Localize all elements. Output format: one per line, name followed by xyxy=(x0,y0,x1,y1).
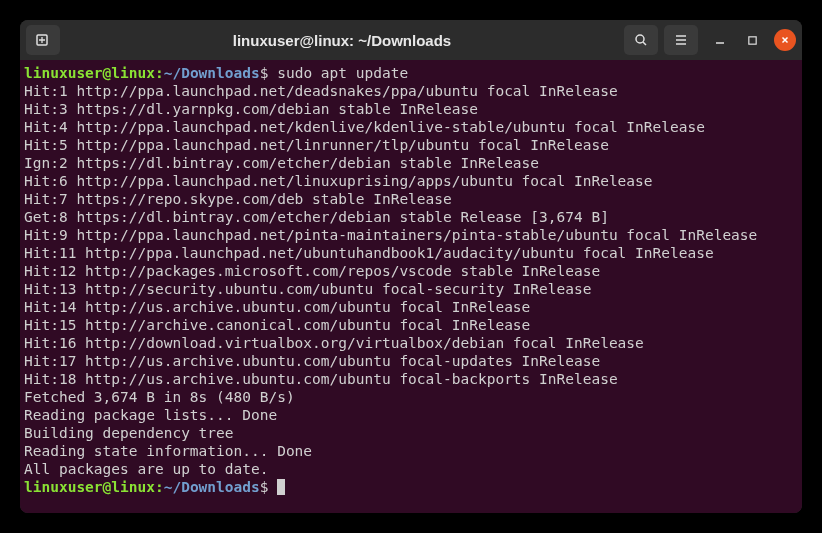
output-lines: Hit:1 http://ppa.launchpad.net/deadsnake… xyxy=(24,83,757,477)
terminal-body[interactable]: linuxuser@linux:~/Downloads$ sudo apt up… xyxy=(20,60,802,513)
window-title: linuxuser@linux: ~/Downloads xyxy=(66,32,618,49)
prompt-path: ~/Downloads xyxy=(164,65,260,81)
new-tab-button[interactable] xyxy=(26,25,60,55)
maximize-button[interactable] xyxy=(742,30,762,50)
svg-point-1 xyxy=(636,35,644,43)
terminal-window: linuxuser@linux: ~/Downloads linuxuser@l… xyxy=(20,20,802,513)
cursor xyxy=(277,479,285,495)
minimize-button[interactable] xyxy=(710,30,730,50)
window-controls xyxy=(710,29,796,51)
prompt-symbol-2: $ xyxy=(260,479,269,495)
prompt-user-2: linuxuser@linux xyxy=(24,479,155,495)
prompt-path-2: ~/Downloads xyxy=(164,479,260,495)
svg-rect-2 xyxy=(748,36,755,43)
prompt-sep: : xyxy=(155,65,164,81)
prompt-user: linuxuser@linux xyxy=(24,65,155,81)
close-button[interactable] xyxy=(774,29,796,51)
menu-button[interactable] xyxy=(664,25,698,55)
search-button[interactable] xyxy=(624,25,658,55)
titlebar: linuxuser@linux: ~/Downloads xyxy=(20,20,802,60)
command-text: sudo apt update xyxy=(277,65,408,81)
prompt-sep-2: : xyxy=(155,479,164,495)
prompt-symbol: $ xyxy=(260,65,269,81)
